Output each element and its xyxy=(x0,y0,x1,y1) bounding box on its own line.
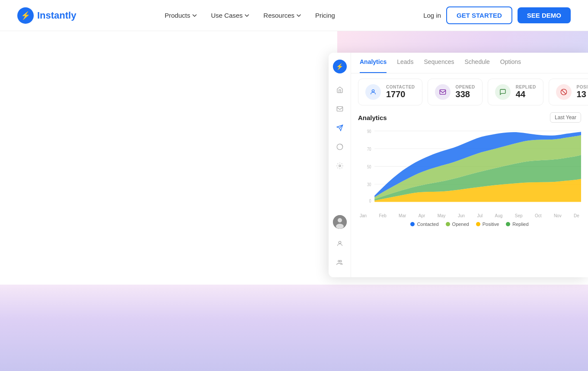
main-content: ⚡ xyxy=(0,31,588,371)
legend-opened: Opened xyxy=(446,222,469,227)
tab-bar: Analytics Leads Sequences Schedule Optio… xyxy=(351,53,588,73)
login-link[interactable]: Log in xyxy=(423,12,441,19)
sidebar-team-icon[interactable] xyxy=(332,255,348,270)
nav-resources[interactable]: Resources xyxy=(263,12,301,19)
contacted-icon xyxy=(365,84,381,100)
tab-leads[interactable]: Leads xyxy=(397,53,413,73)
svg-rect-10 xyxy=(440,90,445,95)
sidebar-mail-icon[interactable] xyxy=(332,101,348,117)
main-area: Analytics Leads Sequences Schedule Optio… xyxy=(351,53,588,277)
sidebar-profile-icon[interactable] xyxy=(332,236,348,251)
opened-value: 338 xyxy=(456,89,475,99)
chart-legend: Contacted Opened Positive Replied xyxy=(358,222,581,227)
svg-point-4 xyxy=(338,218,342,222)
svg-text:70: 70 xyxy=(367,147,371,152)
stats-row: CONTACTED 1770 OPENED 338 xyxy=(351,73,588,111)
svg-line-12 xyxy=(562,90,566,94)
chart-section: Analytics Last Year 90 xyxy=(351,111,588,277)
chart-container: 90 70 50 30 0 xyxy=(358,126,581,212)
sidebar-send-icon[interactable] xyxy=(332,120,348,136)
hero-left xyxy=(0,31,329,371)
replied-label: REPLIED xyxy=(516,85,536,89)
nav-use-cases[interactable]: Use Cases xyxy=(211,12,249,19)
tab-analytics[interactable]: Analytics xyxy=(360,53,387,73)
svg-point-2 xyxy=(339,165,341,167)
positive-icon xyxy=(556,84,572,100)
logo[interactable]: ⚡ Instantly xyxy=(17,7,76,24)
see-demo-button[interactable]: SEE DEMO xyxy=(518,7,571,23)
sidebar: ⚡ xyxy=(329,53,351,277)
stat-contacted: CONTACTED 1770 xyxy=(358,79,422,105)
positive-value: 13 xyxy=(577,89,588,99)
opened-icon xyxy=(435,84,451,100)
legend-contacted: Contacted xyxy=(410,222,438,227)
tab-schedule[interactable]: Schedule xyxy=(464,53,489,73)
svg-text:50: 50 xyxy=(367,165,371,169)
stat-positive: POSITIVE 13 xyxy=(549,79,588,105)
sidebar-settings-icon[interactable] xyxy=(332,158,348,174)
svg-point-5 xyxy=(336,224,344,229)
navbar: ⚡ Instantly Products Use Cases Resources… xyxy=(0,0,588,31)
legend-replied: Replied xyxy=(506,222,528,227)
nav-links: Products Use Cases Resources Pricing xyxy=(165,12,335,19)
nav-actions: Log in GET STARTED SEE DEMO xyxy=(423,6,571,24)
replied-icon xyxy=(495,84,511,100)
nav-products[interactable]: Products xyxy=(165,12,197,19)
x-axis-labels: Jan Feb Mar Apr May Jun Jul Aug Sep Oct … xyxy=(358,213,581,218)
sidebar-home-icon[interactable] xyxy=(332,82,348,98)
tab-sequences[interactable]: Sequences xyxy=(424,53,454,73)
chart-header: Analytics Last Year xyxy=(358,111,581,123)
get-started-button[interactable]: GET STARTED xyxy=(446,6,512,24)
chart-period[interactable]: Last Year xyxy=(550,112,581,123)
contacted-label: CONTACTED xyxy=(386,85,415,89)
logo-text: Instantly xyxy=(37,10,76,21)
positive-label: POSITIVE xyxy=(577,85,588,89)
svg-point-9 xyxy=(372,90,374,92)
user-avatar[interactable] xyxy=(333,215,347,229)
svg-point-6 xyxy=(339,241,341,244)
sidebar-chart-icon[interactable] xyxy=(332,139,348,155)
svg-rect-0 xyxy=(337,107,342,111)
chart-title: Analytics xyxy=(358,114,387,121)
svg-text:0: 0 xyxy=(369,199,371,203)
svg-point-8 xyxy=(340,260,342,262)
app-window: ⚡ xyxy=(329,53,588,277)
tab-options[interactable]: Options xyxy=(500,53,521,73)
opened-label: OPENED xyxy=(456,85,475,89)
app-panel: ⚡ xyxy=(329,31,588,371)
replied-value: 44 xyxy=(516,89,536,99)
svg-text:90: 90 xyxy=(367,129,371,134)
sidebar-logo-icon: ⚡ xyxy=(333,60,347,73)
logo-icon: ⚡ xyxy=(17,7,34,24)
stat-opened: OPENED 338 xyxy=(428,79,483,105)
legend-positive: Positive xyxy=(476,222,499,227)
svg-text:30: 30 xyxy=(367,182,371,187)
stat-replied: REPLIED 44 xyxy=(488,79,543,105)
contacted-value: 1770 xyxy=(386,89,415,99)
nav-pricing[interactable]: Pricing xyxy=(315,12,335,19)
